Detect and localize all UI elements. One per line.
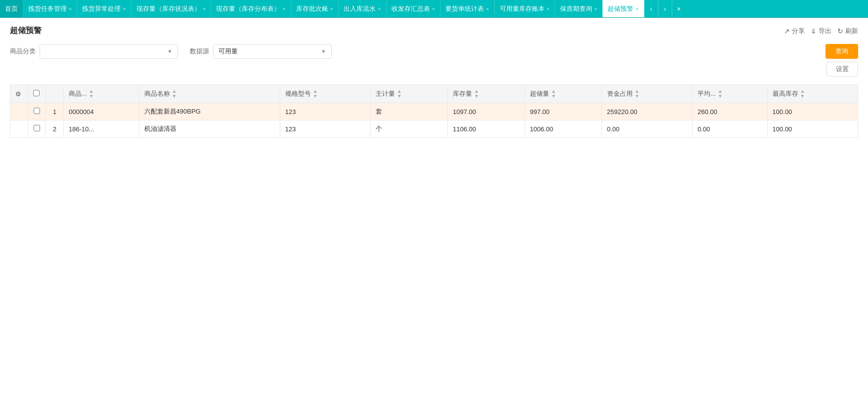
row-avg: 0.00	[693, 120, 767, 138]
category-select[interactable]: ▼	[40, 44, 178, 59]
row-sku-code: 186-10...	[64, 120, 139, 138]
nav-close-expiry[interactable]: ×	[594, 6, 597, 12]
th-unit[interactable]: 主计量 ▲▼	[371, 85, 448, 103]
nav-next-arrow[interactable]: ›	[658, 0, 672, 18]
th-sku-name[interactable]: 商品名称 ▲▼	[139, 85, 280, 103]
share-button[interactable]: ↗ 分享	[784, 27, 805, 36]
nav-close-available-ledger[interactable]: ×	[547, 6, 550, 12]
row-gear-cell	[10, 103, 28, 120]
row-checkbox[interactable]	[34, 125, 40, 131]
page-header: 超储预警 ↗ 分享 ⇓ 导出 ↻ 刷新	[10, 26, 858, 36]
refresh-button[interactable]: ↻ 刷新	[837, 27, 858, 36]
header-actions: ↗ 分享 ⇓ 导出 ↻ 刷新	[784, 27, 858, 36]
row-stock: 1097.00	[448, 103, 525, 120]
th-stock[interactable]: 库存量 ▲▼	[448, 85, 525, 103]
sort-icon-unit: ▲▼	[397, 89, 402, 99]
row-unit: 个	[371, 120, 448, 138]
row-capital: 0.00	[602, 120, 692, 138]
row-checkbox-cell[interactable]	[28, 103, 46, 120]
row-sku-name: 机油滤清器	[139, 120, 280, 138]
refresh-icon: ↻	[837, 27, 843, 35]
nav-home[interactable]: 首页	[0, 0, 23, 18]
row-gear-cell	[10, 120, 28, 138]
sort-icon-avg: ▲▼	[718, 89, 723, 99]
row-checkbox[interactable]	[34, 108, 40, 114]
row-avg: 260.00	[693, 103, 767, 120]
nav-pick-task[interactable]: 拣货任务管理 ×	[23, 0, 77, 18]
nav-overstock[interactable]: 超储预警 ×	[603, 0, 644, 18]
nav-close-batch-account[interactable]: ×	[330, 6, 333, 12]
query-button[interactable]: 查询	[825, 44, 858, 59]
category-label: 商品分类	[10, 47, 36, 56]
th-overstock[interactable]: 超储量 ▲▼	[524, 85, 602, 103]
category-filter: 商品分类 ▼	[10, 44, 178, 59]
th-avg[interactable]: 平均... ▲▼	[693, 85, 767, 103]
nav-available-ledger[interactable]: 可用量库存账本 ×	[495, 0, 555, 18]
nav-demand-stat[interactable]: 要货单统计表 ×	[440, 0, 494, 18]
row-unit: 套	[371, 103, 448, 120]
nav-inout-flow[interactable]: 出入库流水 ×	[339, 0, 386, 18]
row-stock: 1106.00	[448, 120, 525, 138]
sort-icon-capital: ▲▼	[635, 89, 640, 99]
sort-icon-overstock: ▲▼	[551, 89, 556, 99]
category-select-arrow-icon: ▼	[167, 48, 173, 54]
nav-stock-status[interactable]: 现存量（库存状况表） ×	[131, 0, 211, 18]
row-sku-name: 六配套新昌490BPG	[139, 103, 280, 120]
share-icon: ↗	[784, 27, 790, 35]
settings-button[interactable]: 设置	[826, 62, 858, 77]
nav-pick-exception[interactable]: 拣货异常处理 ×	[77, 0, 131, 18]
top-nav: 首页 拣货任务管理 × 拣货异常处理 × 现存量（库存状况表） × 现存量（库存…	[0, 0, 868, 18]
th-max-stock[interactable]: 最高库存 ▲▼	[767, 85, 858, 103]
row-spec: 123	[280, 120, 370, 138]
select-all-checkbox[interactable]	[33, 90, 40, 96]
row-sku-code: 0000004	[64, 103, 139, 120]
datasource-filter: 数据源 可用量 ▼	[190, 44, 332, 59]
nav-close-pick-task[interactable]: ×	[69, 6, 72, 12]
th-row-num	[46, 85, 64, 103]
nav-close-stock-dist[interactable]: ×	[282, 6, 285, 12]
nav-expiry[interactable]: 保质期查询 ×	[555, 0, 603, 18]
row-number: 2	[46, 120, 64, 138]
export-icon: ⇓	[811, 27, 817, 35]
nav-prev-arrow[interactable]: ‹	[644, 0, 658, 18]
th-spec[interactable]: 规格型号 ▲▼	[280, 85, 370, 103]
data-table: ⚙ 商品... ▲▼ 商品名称 ▲▼	[10, 84, 858, 138]
datasource-label: 数据源	[190, 47, 209, 56]
nav-stock-dist[interactable]: 现存量（库存分布表） ×	[211, 0, 291, 18]
gear-icon: ⚙	[15, 90, 21, 98]
row-max-stock: 100.00	[767, 120, 858, 138]
nav-close-inout-flow[interactable]: ×	[378, 6, 381, 12]
nav-summary[interactable]: 收发存汇总表 ×	[387, 0, 440, 18]
nav-close-stock-status[interactable]: ×	[203, 6, 206, 12]
nav-close-all-arrow[interactable]: ×	[672, 0, 686, 18]
page-content: 超储预警 ↗ 分享 ⇓ 导出 ↻ 刷新 商品分类 ▼	[0, 18, 868, 146]
row-checkbox-cell[interactable]	[28, 120, 46, 138]
th-gear[interactable]: ⚙	[10, 85, 28, 103]
sort-icon-sku-code: ▲▼	[89, 89, 94, 99]
th-capital[interactable]: 资金占用 ▲▼	[602, 85, 692, 103]
th-checkbox	[28, 85, 46, 103]
page-title: 超储预警	[10, 26, 42, 36]
sort-icon-max-stock: ▲▼	[800, 89, 805, 99]
th-sku-code[interactable]: 商品... ▲▼	[64, 85, 139, 103]
row-overstock: 997.00	[524, 103, 602, 120]
table-row: 2 186-10... 机油滤清器 123 个 1106.00 1006.00 …	[10, 120, 858, 138]
nav-close-overstock[interactable]: ×	[635, 6, 638, 12]
table-row: 1 0000004 六配套新昌490BPG 123 套 1097.00 997.…	[10, 103, 858, 120]
sort-icon-spec: ▲▼	[313, 89, 318, 99]
nav-batch-account[interactable]: 库存批次账 ×	[291, 0, 339, 18]
row-capital: 259220.00	[602, 103, 692, 120]
row-max-stock: 100.00	[767, 103, 858, 120]
sort-icon-sku-name: ▲▼	[172, 89, 177, 99]
datasource-select-arrow-icon: ▼	[321, 48, 326, 54]
datasource-select[interactable]: 可用量 ▼	[213, 44, 332, 59]
row-overstock: 1006.00	[524, 120, 602, 138]
datasource-select-value: 可用量	[218, 47, 238, 56]
sort-icon-stock: ▲▼	[474, 89, 479, 99]
nav-close-summary[interactable]: ×	[432, 6, 435, 12]
row-spec: 123	[280, 103, 370, 120]
row-number: 1	[46, 103, 64, 120]
nav-close-demand-stat[interactable]: ×	[486, 6, 489, 12]
nav-close-pick-exception[interactable]: ×	[123, 6, 126, 12]
export-button[interactable]: ⇓ 导出	[811, 27, 831, 36]
